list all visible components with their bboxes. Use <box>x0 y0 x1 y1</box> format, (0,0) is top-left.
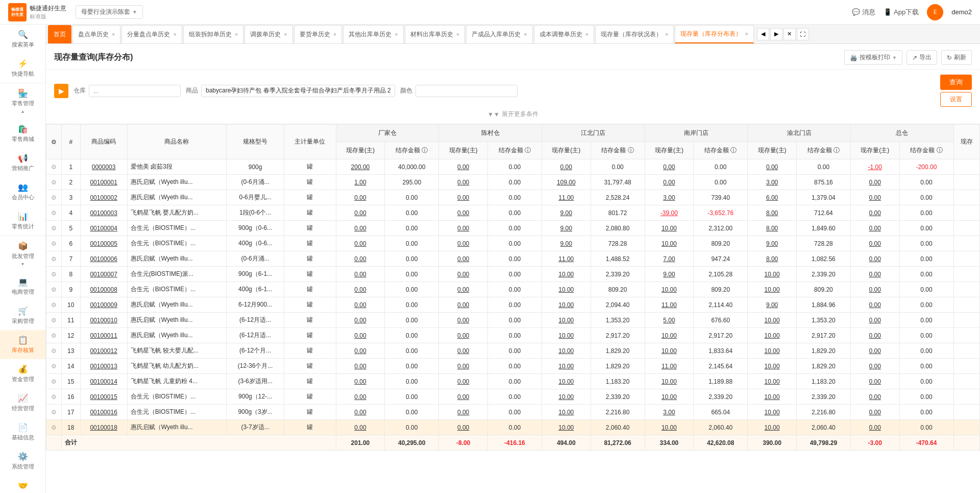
row-code[interactable]: 00100012 <box>80 343 127 359</box>
tab-finished-in[interactable]: 产成品入库单历史 × <box>466 25 532 43</box>
row-cc-qty[interactable]: 0.00 <box>439 313 488 328</box>
row-settings[interactable]: ⚙ <box>46 175 62 190</box>
row-yb-qty[interactable]: 10.00 <box>748 267 797 282</box>
row-settings[interactable]: ⚙ <box>46 251 62 267</box>
sidebar-item-search[interactable]: 🔍 搜索英单 <box>0 25 45 54</box>
table-row[interactable]: ⚙ 12 00100011 惠氏启赋（Wyeth illu... (6-12月适… <box>46 328 980 343</box>
row-zc-qty[interactable]: 0.00 <box>850 221 899 236</box>
row-jb-qty[interactable]: 9.00 <box>542 236 591 251</box>
row-zc-qty[interactable]: 0.00 <box>850 420 899 435</box>
table-row[interactable]: ⚙ 17 00100016 合生元（BIOSTIME）... 900g（3岁..… <box>46 405 980 420</box>
row-na-qty[interactable]: 10.00 <box>645 221 694 236</box>
row-code[interactable]: 00100015 <box>80 389 127 405</box>
row-cc-qty[interactable]: 0.00 <box>439 405 488 420</box>
sidebar-item-purchase[interactable]: 🛒 采购管理 <box>0 301 45 330</box>
row-jb-qty[interactable]: 9.00 <box>542 205 591 221</box>
tab-transfer-close[interactable]: × <box>284 31 287 37</box>
row-settings[interactable]: ⚙ <box>46 343 62 359</box>
sidebar-item-basic-info[interactable]: 📄 基础信息 <box>0 417 45 447</box>
row-jb-qty[interactable]: 109.00 <box>542 175 591 190</box>
row-na-qty[interactable]: -39.00 <box>645 205 694 221</box>
row-cjc-qty[interactable]: 0.00 <box>336 374 385 389</box>
row-jb-qty[interactable]: 0.00 <box>542 159 591 175</box>
filter-expand-btn[interactable]: ▶ <box>54 84 68 98</box>
row-jb-qty[interactable]: 10.00 <box>542 297 591 313</box>
row-jb-qty[interactable]: 10.00 <box>542 267 591 282</box>
row-code[interactable]: 00100011 <box>80 328 127 343</box>
user-avatar[interactable]: E <box>927 4 943 20</box>
row-na-qty[interactable]: 10.00 <box>645 389 694 405</box>
row-code[interactable]: 00100016 <box>80 405 127 420</box>
row-cc-qty[interactable]: 0.00 <box>439 236 488 251</box>
row-yb-qty[interactable]: 10.00 <box>748 420 797 435</box>
tab-other-outstock[interactable]: 其他出库单历史 × <box>343 25 403 43</box>
tab-portion-close[interactable]: × <box>173 31 176 37</box>
row-code[interactable]: 00100009 <box>80 297 127 313</box>
btn-export[interactable]: ↗ 导出 <box>906 50 937 65</box>
row-yb-qty[interactable]: 9.00 <box>748 236 797 251</box>
table-row[interactable]: ⚙ 6 00100005 合生元（BIOSTIME）... 400g（0-6..… <box>46 236 980 251</box>
row-zc-qty[interactable]: 0.00 <box>850 297 899 313</box>
row-na-qty[interactable]: 10.00 <box>645 236 694 251</box>
row-cc-qty[interactable]: 0.00 <box>439 297 488 313</box>
table-row[interactable]: ⚙ 13 00100012 飞鹤星飞帆 较大婴儿配... (6-12个月... … <box>46 343 980 359</box>
table-row[interactable]: ⚙ 5 00100004 合生元（BIOSTIME）... 900g（0-6..… <box>46 221 980 236</box>
row-cjc-qty[interactable]: 0.00 <box>336 282 385 297</box>
row-zc-qty[interactable]: 0.00 <box>850 405 899 420</box>
row-yb-qty[interactable]: 10.00 <box>748 282 797 297</box>
row-settings[interactable]: ⚙ <box>46 420 62 435</box>
row-jb-qty[interactable]: 10.00 <box>542 389 591 405</box>
tab-assembly[interactable]: 组装拆卸单历史 × <box>183 25 243 43</box>
row-zc-qty[interactable]: -1.00 <box>850 159 899 175</box>
table-row[interactable]: ⚙ 18 00100018 惠氏启赋（Wyeth illu... (3-7岁适.… <box>46 420 980 435</box>
row-cjc-qty[interactable]: 0.00 <box>336 251 385 267</box>
row-settings[interactable]: ⚙ <box>46 374 62 389</box>
row-settings[interactable]: ⚙ <box>46 267 62 282</box>
row-yb-qty[interactable]: 9.00 <box>748 297 797 313</box>
row-yb-qty[interactable]: 10.00 <box>748 328 797 343</box>
row-jb-qty[interactable]: 10.00 <box>542 374 591 389</box>
row-jb-qty[interactable]: 9.00 <box>542 221 591 236</box>
row-zc-qty[interactable]: 0.00 <box>850 175 899 190</box>
row-settings[interactable]: ⚙ <box>46 159 62 175</box>
sidebar-item-ecommerce[interactable]: 💻 电商管理 <box>0 272 45 301</box>
row-yb-qty[interactable]: 10.00 <box>748 359 797 374</box>
row-na-qty[interactable]: 11.00 <box>645 359 694 374</box>
row-yb-qty[interactable]: 8.00 <box>748 251 797 267</box>
table-row[interactable]: ⚙ 1 0000003 爱他美 卤茹3段 900g 罐 200.00 40,00… <box>46 159 980 175</box>
tab-inventory-dist-close[interactable]: × <box>745 31 748 37</box>
row-zc-qty[interactable]: 0.00 <box>850 267 899 282</box>
btn-refresh[interactable]: ↻ 刷新 <box>941 50 972 65</box>
row-na-qty[interactable]: 10.00 <box>645 374 694 389</box>
row-jb-qty[interactable]: 10.00 <box>542 343 591 359</box>
table-row[interactable]: ⚙ 16 00100015 合生元（BIOSTIME）... 900g（12-.… <box>46 389 980 405</box>
tab-material-out[interactable]: 材料出库单历史 × <box>405 25 465 43</box>
row-cjc-qty[interactable]: 0.00 <box>336 328 385 343</box>
tab-transfer[interactable]: 调拨单历史 × <box>244 25 292 43</box>
row-code[interactable]: 00100010 <box>80 313 127 328</box>
row-jb-qty[interactable]: 10.00 <box>542 359 591 374</box>
row-code[interactable]: 00100004 <box>80 221 127 236</box>
row-cc-qty[interactable]: 0.00 <box>439 343 488 359</box>
expand-more-btn[interactable]: ▼▼ 展开更多条件 <box>54 110 972 119</box>
sidebar-item-operations[interactable]: 📈 经营管理 <box>0 388 45 417</box>
row-settings[interactable]: ⚙ <box>46 359 62 374</box>
row-cjc-qty[interactable]: 0.00 <box>336 190 385 205</box>
row-na-qty[interactable]: 3.00 <box>645 405 694 420</box>
row-yb-qty[interactable]: 3.00 <box>748 175 797 190</box>
goods-input[interactable] <box>201 85 395 97</box>
row-jb-qty[interactable]: 10.00 <box>542 313 591 328</box>
row-na-qty[interactable]: 3.00 <box>645 190 694 205</box>
row-code[interactable]: 00100007 <box>80 267 127 282</box>
row-cjc-qty[interactable]: 0.00 <box>336 236 385 251</box>
row-cjc-qty[interactable]: 0.00 <box>336 359 385 374</box>
row-na-qty[interactable]: 10.00 <box>645 420 694 435</box>
row-cjc-qty[interactable]: 1.00 <box>336 175 385 190</box>
tab-assembly-close[interactable]: × <box>235 31 238 37</box>
row-cc-qty[interactable]: 0.00 <box>439 267 488 282</box>
row-code[interactable]: 00100014 <box>80 374 127 389</box>
tab-cost-adjust[interactable]: 成本调整单历史 × <box>534 25 594 43</box>
tab-requisition[interactable]: 要货单历史 × <box>294 25 342 43</box>
row-cc-qty[interactable]: 0.00 <box>439 190 488 205</box>
row-jb-qty[interactable]: 10.00 <box>542 405 591 420</box>
